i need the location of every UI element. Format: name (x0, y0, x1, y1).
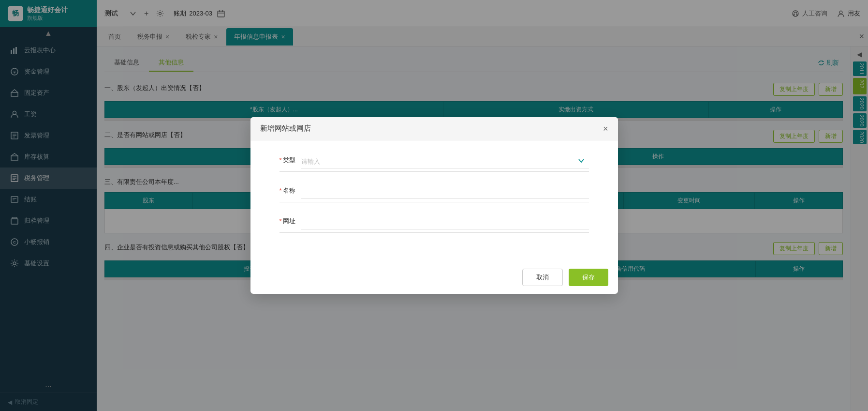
url-input[interactable] (301, 216, 589, 229)
form-field-url: *网址 (280, 216, 589, 233)
dialog-overlay[interactable]: 新增网站或网店 × *类型 (0, 0, 868, 411)
dialog-close-button[interactable]: × (603, 124, 608, 133)
dialog-add-website: 新增网站或网店 × *类型 (250, 117, 618, 294)
form-field-name: *名称 (280, 185, 589, 202)
dialog-footer: 取消 保存 (250, 261, 618, 294)
name-input[interactable] (301, 185, 589, 199)
type-input[interactable] (301, 155, 589, 168)
type-label: *类型 (280, 156, 295, 165)
dialog-body: *类型 *名称 (250, 140, 618, 261)
save-button[interactable]: 保存 (569, 269, 608, 286)
name-label: *名称 (280, 186, 295, 195)
form-field-type: *类型 (280, 155, 589, 172)
dialog-title: 新增网站或网店 (260, 124, 311, 133)
url-label: *网址 (280, 217, 295, 226)
dialog-header: 新增网站或网店 × (250, 117, 618, 140)
cancel-button[interactable]: 取消 (522, 269, 563, 286)
